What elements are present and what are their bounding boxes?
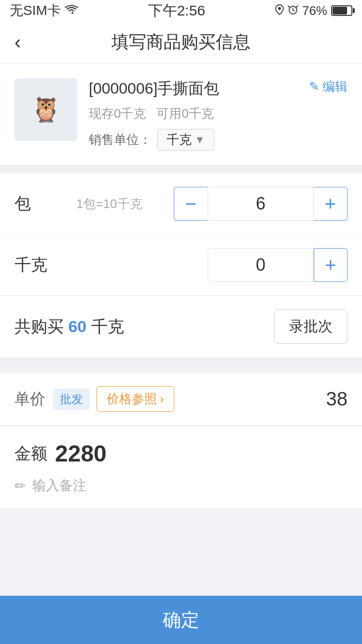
total-prefix: 共购买 bbox=[14, 317, 64, 336]
confirm-bar[interactable]: 确定 bbox=[0, 596, 362, 644]
pack-quantity-controls: − + bbox=[174, 187, 348, 221]
total-amount: 60 bbox=[68, 317, 86, 336]
pack-quantity-input[interactable] bbox=[208, 187, 314, 221]
total-batch-row: 共购买 60 千克 录批次 bbox=[0, 296, 362, 357]
status-right: 76% bbox=[275, 3, 352, 18]
confirm-label: 确定 bbox=[163, 608, 199, 632]
battery-percent: 76% bbox=[302, 3, 327, 18]
pencil-icon: ✏ bbox=[14, 478, 26, 494]
status-bar: 无SIM卡 下午2:56 76% bbox=[0, 0, 362, 21]
total-text: 共购买 60 千克 bbox=[14, 316, 124, 338]
kg-plus-button[interactable]: + bbox=[314, 248, 348, 282]
note-placeholder: 输入备注 bbox=[32, 476, 86, 495]
price-label: 单价 bbox=[14, 389, 45, 410]
batch-button[interactable]: 录批次 bbox=[274, 309, 348, 344]
wifi-icon bbox=[65, 3, 78, 18]
section-divider-2 bbox=[0, 357, 362, 365]
nav-bar: ‹ 填写商品购买信息 bbox=[0, 21, 362, 64]
quantity-section: 包 1包=10千克 − + 千克 + bbox=[0, 173, 362, 296]
product-logo: 🦉 bbox=[31, 96, 61, 124]
product-unit-row: 销售单位： 千克 ▼ bbox=[89, 129, 348, 151]
unit-dropdown[interactable]: 千克 ▼ bbox=[157, 129, 214, 151]
pack-label: 包 bbox=[14, 193, 72, 215]
amount-value: 2280 bbox=[55, 440, 107, 467]
kg-quantity-input[interactable] bbox=[208, 248, 314, 282]
price-ref-arrow: › bbox=[160, 392, 164, 406]
pack-plus-button[interactable]: + bbox=[314, 187, 348, 221]
price-type-badge: 批发 bbox=[53, 389, 90, 410]
amount-row: 金额 2280 bbox=[14, 440, 348, 467]
unit-dropdown-arrow: ▼ bbox=[195, 134, 205, 146]
page-title: 填写商品购买信息 bbox=[111, 30, 251, 54]
price-reference-button[interactable]: 价格参照 › bbox=[97, 386, 174, 412]
quantity-row-pack: 包 1包=10千克 − + bbox=[0, 173, 362, 235]
kg-label: 千克 bbox=[14, 254, 72, 276]
unit-value: 千克 bbox=[167, 131, 192, 148]
kg-quantity-controls: + bbox=[208, 248, 348, 282]
product-stock: 现存0千克 可用0千克 bbox=[89, 105, 348, 122]
product-image: 🦉 bbox=[14, 78, 77, 141]
status-left: 无SIM卡 bbox=[10, 1, 78, 20]
location-icon bbox=[275, 3, 284, 18]
product-name: [0000006]手撕面包 bbox=[89, 78, 219, 99]
edit-label: 编辑 bbox=[322, 78, 348, 95]
product-card: 🦉 [0000006]手撕面包 ✎ 编辑 现存0千克 可用0千克 销售单位： 千… bbox=[0, 64, 362, 166]
unit-text-label: 销售单位： bbox=[89, 131, 152, 148]
svg-line-3 bbox=[293, 10, 294, 11]
svg-point-0 bbox=[278, 7, 281, 10]
price-ref-label: 价格参照 bbox=[107, 391, 157, 407]
amount-label: 金额 bbox=[14, 443, 47, 465]
status-time: 下午2:56 bbox=[148, 1, 205, 21]
edit-icon: ✎ bbox=[309, 79, 320, 94]
battery-icon bbox=[331, 5, 352, 16]
carrier-label: 无SIM卡 bbox=[10, 1, 61, 20]
pack-minus-button[interactable]: − bbox=[174, 187, 208, 221]
note-row[interactable]: ✏ 输入备注 bbox=[14, 476, 348, 495]
price-section: 单价 批发 价格参照 › 38 bbox=[0, 373, 362, 426]
quantity-row-kg: 千克 + bbox=[0, 235, 362, 295]
section-divider-1 bbox=[0, 166, 362, 173]
alarm-icon bbox=[288, 3, 298, 18]
product-info: [0000006]手撕面包 ✎ 编辑 现存0千克 可用0千克 销售单位： 千克 … bbox=[89, 78, 348, 151]
unit-price-value: 38 bbox=[326, 388, 348, 410]
back-button[interactable]: ‹ bbox=[14, 31, 21, 53]
edit-button[interactable]: ✎ 编辑 bbox=[309, 78, 348, 95]
pack-hint: 1包=10千克 bbox=[76, 196, 142, 212]
amount-section: 金额 2280 ✏ 输入备注 bbox=[0, 427, 362, 508]
total-unit: 千克 bbox=[91, 317, 124, 336]
